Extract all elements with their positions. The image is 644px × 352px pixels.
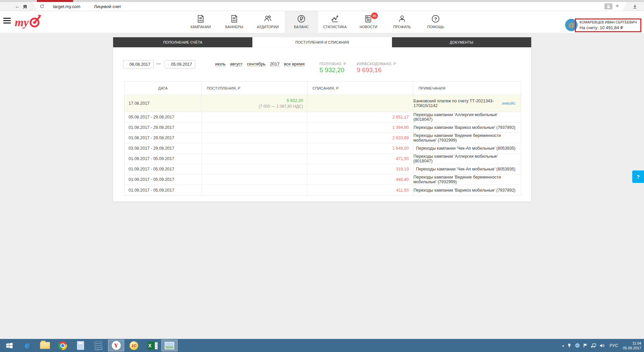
period-year[interactable]: 2017 [270,61,280,67]
nav-help[interactable]: ? ПОМОЩЬ [419,11,452,33]
chrome-icon [58,341,67,350]
period-july[interactable]: июль [215,61,226,67]
refresh-button[interactable] [40,4,44,10]
transactions-table: ДАТА ПОСТУПЛЕНИЯ, Р СПИСАНИЯ, Р ПРИМЕЧАН… [124,81,521,196]
spent-value: 9 693,16 [357,66,382,74]
row-note: Переходы кампании 'Варикоз мобильные' (7… [413,122,520,133]
app-header: my КАМПАНИИ БАННЕРЫ [0,11,644,33]
tray-network-icon[interactable] [591,343,596,348]
nav-label: БАННЕРЫ [225,25,243,29]
back-button[interactable]: ← [15,3,20,9]
nav-banners[interactable]: БАННЕРЫ [217,11,251,33]
nav-label: СТАТИСТИКА [323,25,347,29]
taskbar-notepad[interactable] [90,340,106,351]
tab-top-up[interactable]: ПОПОЛНЕНИЕ СЧЁТА [113,37,252,47]
windows-logo-icon [5,342,13,350]
taskbar-chrome[interactable] [55,340,71,351]
news-badge: 86 [371,12,378,19]
yandex-browser-logo[interactable]: Я [23,4,27,9]
nav-news[interactable]: 86 НОВОСТИ [352,11,385,33]
col-date: ДАТА [125,82,202,95]
taskbar-internet-explorer[interactable]: e [19,340,35,351]
row-note: Переходы кампании 'Аллергия мобильные' (… [413,154,520,164]
credit-amount: 5 932,20 [287,98,303,103]
row-credit [202,154,307,164]
document-icon [230,14,239,23]
browser-address-bar: ← Я target.my.com Лицевой счет ★ [0,2,644,11]
screen: ← Я target.my.com Лицевой счет ★ [0,0,644,352]
hamburger-menu-button[interactable] [3,18,11,23]
note-text: Переходы кампании 'Варикоз мобильные' (7… [413,188,515,193]
clock[interactable]: 11:04 05.09.2017 [623,341,641,350]
tray-pin-icon[interactable] [567,343,572,348]
chart-icon [330,14,340,23]
downloads-button[interactable] [632,4,638,10]
internet-explorer-icon: e [25,341,30,350]
clock-date: 05.09.2017 [623,346,641,350]
calendar-icon [168,62,168,67]
excel-icon: X [147,342,156,350]
tray-expand-chevron-icon[interactable]: ▴ [562,344,564,347]
bookmark-star-icon[interactable]: ★ [615,3,620,8]
row-credit [202,133,307,143]
user-name[interactable]: КОМАРЕВЦЕВ ИВАН СЕРГЕЕВИЧ [580,20,637,24]
folder-icon [40,342,50,349]
taskbar-file-explorer[interactable] [37,340,53,351]
nav-statistics[interactable]: СТАТИСТИКА [318,11,352,33]
nav-campaigns[interactable]: КАМПАНИИ [184,11,217,33]
date-to-input[interactable]: 05.09.2017 [165,60,195,68]
row-note: Переходы кампании 'Чек-Ап мобильные' (80… [413,143,520,153]
taskbar-1c[interactable]: 1С [126,340,142,351]
people-icon [263,14,273,23]
svg-text:?: ? [434,16,437,21]
1c-icon: 1С [130,341,138,350]
taskbar-image-viewer[interactable] [161,340,178,351]
help-floating-button[interactable]: ? [632,170,644,183]
row-date: 01.08.2017 - 29.08.2017 [125,122,202,133]
period-august[interactable]: август [230,61,243,67]
note-text: Переходы кампании 'Чек-Ап мобильные' (80… [416,167,515,171]
main-navigation: КАМПАНИИ БАННЕРЫ АУДИТОРИИ [184,11,452,33]
mytarget-logo[interactable]: my [15,13,42,33]
row-note: Переходы кампании 'Варикоз мобильные' (7… [413,185,520,195]
date-from-input[interactable]: 06.08.2017 [123,60,154,68]
period-september[interactable]: сентябрь [247,61,265,67]
row-debit: 1 394,90 [307,122,413,133]
row-debit: 471,50 [307,154,413,164]
col-debit: СПИСАНИЯ, Р [307,82,413,95]
table-row: 05.08.2017 - 29.08.2017 2 651,17 Переход… [125,112,521,122]
period-all-time[interactable]: все время [284,61,304,67]
user-avatar[interactable]: @ [565,19,578,31]
lock-icon [606,4,611,9]
spent-label: ИЗРАСХОДОВАНО, Р [357,62,396,66]
windows-taskbar: e Y 1С X [0,339,644,352]
tray-flag-icon[interactable] [583,343,588,348]
row-debit [307,95,413,112]
row-credit: 5 932,20 (7 000 — 1 067,80 НДС) [202,95,307,112]
url-text[interactable]: target.my.com [53,4,80,9]
tray-volume-icon[interactable] [600,343,605,348]
row-note: Переходы кампании 'Ведение беременности … [413,133,520,143]
row-date: 01.08.2017 - 29.08.2017 [125,133,202,143]
nav-balance[interactable]: БАЛАНС [285,11,318,33]
omnibox[interactable] [33,2,627,11]
nav-label: НОВОСТИ [359,25,377,29]
balance-tabs: ПОПОЛНЕНИЕ СЧЁТА ПОСТУПЛЕНИЯ И СПИСАНИЯ … [113,37,531,47]
start-button[interactable] [1,340,17,351]
table-row: 03.08.2017 - 29.08.2017 1 646,00 Переход… [125,143,521,154]
taskbar-calculator[interactable] [72,340,89,351]
browser-page-title: Лицевой счет [94,4,121,9]
taskbar-yandex-browser[interactable]: Y [108,340,124,351]
row-date: 01.09.2017 - 05.09.2017 [125,174,202,185]
tray-globe-icon[interactable] [575,343,580,348]
table-header: ДАТА ПОСТУПЛЕНИЯ, Р СПИСАНИЯ, Р ПРИМЕЧАН… [125,82,521,95]
language-indicator[interactable]: РУС [609,343,618,348]
notepad-icon [94,341,102,350]
nav-audiences[interactable]: АУДИТОРИИ [251,11,285,33]
nav-profile[interactable]: ПРОФИЛЬ [385,11,419,33]
security-lock-badge[interactable] [604,3,612,9]
tab-income-expense[interactable]: ПОСТУПЛЕНИЯ И СПИСАНИЯ [252,37,392,47]
tab-documents[interactable]: ДОКУМЕНТЫ [392,37,531,47]
invoice-link[interactable]: инвойс [502,101,515,106]
taskbar-excel[interactable]: X [144,340,160,351]
